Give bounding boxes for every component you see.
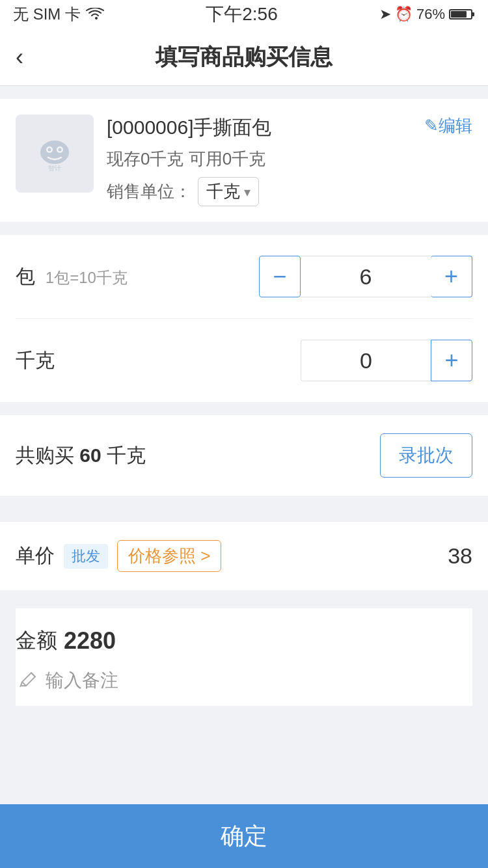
confirm-button[interactable]: 确定 xyxy=(0,804,488,868)
nav-bar: ‹ 填写商品购买信息 xyxy=(0,29,488,86)
kg-label: 千克 xyxy=(16,347,55,374)
price-label: 单价 xyxy=(16,543,55,569)
bao-label-group: 包 1包=10千克 xyxy=(16,264,128,290)
product-stock: 现存0千克 可用0千克 xyxy=(107,148,472,170)
amount-section: 金额 2280 输入备注 xyxy=(0,590,488,706)
remark-placeholder[interactable]: 输入备注 xyxy=(46,668,118,693)
total-unit: 千克 xyxy=(107,444,146,466)
remark-row[interactable]: 输入备注 xyxy=(16,655,472,706)
form-section: 包 1包=10千克 − 6 + 千克 0 + xyxy=(0,235,488,402)
wifi-icon xyxy=(86,8,104,21)
total-prefix: 共购买 xyxy=(16,444,74,466)
page-title: 填写商品购买信息 xyxy=(156,42,332,72)
alarm-icon: ⏰ xyxy=(395,6,413,23)
amount-value: 2280 xyxy=(64,627,116,655)
edit-button[interactable]: ✎编辑 xyxy=(424,115,472,137)
svg-point-6 xyxy=(48,148,51,152)
price-label-row: 单价 批发 价格参照 > xyxy=(16,540,221,572)
total-row: 共购买 60 千克 录批次 xyxy=(0,415,488,496)
location-icon: ➤ xyxy=(379,6,391,23)
svg-rect-2 xyxy=(451,11,467,18)
amount-row: 金额 2280 xyxy=(16,627,472,655)
product-image: 智计 xyxy=(16,115,94,193)
svg-point-3 xyxy=(40,141,69,164)
unit-label: 销售单位： xyxy=(107,180,191,203)
bao-decrement-button[interactable]: − xyxy=(259,256,301,297)
bao-quantity-control: − 6 + xyxy=(259,256,472,297)
product-logo-icon: 智计 xyxy=(35,134,74,173)
kg-quantity-input[interactable]: 0 xyxy=(301,340,431,381)
kg-increment-button[interactable]: + xyxy=(431,340,472,381)
pencil-icon xyxy=(16,669,39,692)
svg-rect-1 xyxy=(472,12,474,16)
bao-label: 包 xyxy=(16,265,35,287)
separator-2 xyxy=(0,402,488,415)
kg-quantity-control: 0 + xyxy=(301,340,472,381)
total-amount: 60 xyxy=(79,444,101,466)
bao-increment-button[interactable]: + xyxy=(431,256,472,297)
price-badge: 批发 xyxy=(64,544,108,569)
batch-button[interactable]: 录批次 xyxy=(380,433,472,478)
product-card: 智计 [0000006]手撕面包 ✎编辑 现存0千克 可用0千克 销售单位： 千… xyxy=(0,99,488,222)
product-name: [0000006]手撕面包 xyxy=(107,115,424,141)
status-left: 无 SIM 卡 xyxy=(13,4,104,25)
kg-row: 千克 0 + xyxy=(16,319,472,402)
battery-label: 76% xyxy=(416,6,445,23)
svg-text:智计: 智计 xyxy=(48,165,61,172)
product-info: [0000006]手撕面包 ✎编辑 现存0千克 可用0千克 销售单位： 千克 xyxy=(107,115,472,206)
separator-1 xyxy=(0,222,488,235)
unit-value: 千克 xyxy=(206,180,240,203)
price-reference-button[interactable]: 价格参照 > xyxy=(117,540,221,572)
bao-hint: 1包=10千克 xyxy=(46,269,128,286)
price-section: 单价 批发 价格参照 > 38 xyxy=(0,522,488,590)
separator-3 xyxy=(0,496,488,509)
bao-row: 包 1包=10千克 − 6 + xyxy=(16,235,472,319)
no-sim-label: 无 SIM 卡 xyxy=(13,4,81,25)
status-right: ➤ ⏰ 76% xyxy=(379,6,475,23)
price-value: 38 xyxy=(448,543,472,569)
unit-selector[interactable]: 千克 xyxy=(198,177,259,206)
amount-label: 金额 xyxy=(16,627,57,655)
status-bar: 无 SIM 卡 下午2:56 ➤ ⏰ 76% xyxy=(0,0,488,29)
svg-point-7 xyxy=(59,148,62,152)
bao-quantity-input[interactable]: 6 xyxy=(301,256,431,297)
battery-icon xyxy=(449,8,475,21)
total-text: 共购买 60 千克 xyxy=(16,442,146,469)
back-button[interactable]: ‹ xyxy=(16,44,23,71)
status-time: 下午2:56 xyxy=(206,2,278,27)
